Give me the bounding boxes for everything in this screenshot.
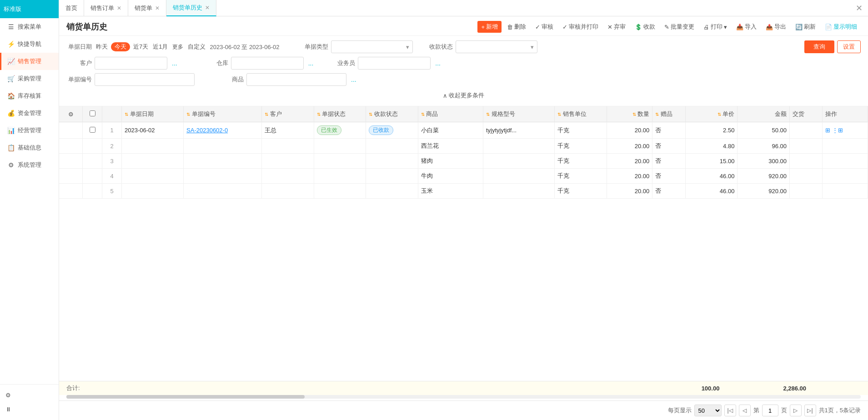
payment-select[interactable]: [456, 40, 537, 53]
date-shortcut-more[interactable]: 更多: [171, 43, 185, 51]
print-button[interactable]: 🖨 打印 ▾: [700, 21, 731, 33]
col-unit-price[interactable]: ⇅ 单价: [685, 106, 738, 122]
export-button[interactable]: 📤 导出: [762, 21, 790, 33]
col-quantity[interactable]: ⇅ 数量: [607, 106, 652, 122]
set-button[interactable]: 设置: [837, 40, 861, 53]
total-amount: 2,286.00: [783, 385, 806, 392]
product-dots-btn[interactable]: ...: [349, 76, 358, 83]
row-check[interactable]: [83, 169, 102, 184]
first-page-btn[interactable]: |◁: [724, 405, 736, 416]
batch-change-button[interactable]: ✎ 批量变更: [661, 21, 698, 33]
col-sales-unit[interactable]: ⇅ 销售单位: [555, 106, 607, 122]
warehouse-input[interactable]: [231, 57, 304, 70]
col-product[interactable]: ⇅ 商品: [418, 106, 483, 122]
filter-row-2: 客户 ... 仓库 ... 业务员 ...: [66, 57, 861, 70]
date-shortcuts: 昨天 今天 近7天 近1月 更多 自定义: [95, 42, 207, 51]
sidebar-item-operations[interactable]: 📊 经营管理: [0, 122, 59, 139]
sidebar-item-finance[interactable]: 💰 资金管理: [0, 105, 59, 122]
tab-sales-delivery[interactable]: 销货单 ✕: [128, 0, 166, 16]
col-doc-status[interactable]: ⇅ 单据状态: [314, 106, 366, 122]
product-input[interactable]: [246, 73, 346, 86]
doc-num-input[interactable]: [95, 73, 195, 86]
select-all-checkbox[interactable]: [90, 110, 95, 116]
tab-home[interactable]: 首页: [59, 0, 84, 16]
page-number-input[interactable]: [762, 405, 778, 416]
audit-button[interactable]: ✓ 审核: [532, 21, 557, 33]
row-customer: [261, 169, 314, 184]
abandon-button[interactable]: ✕ 弃审: [604, 21, 629, 33]
sidebar-item-base-info[interactable]: 📋 基础信息: [0, 139, 59, 156]
prev-page-btn[interactable]: ◁: [739, 405, 751, 416]
tab-sales-history[interactable]: 销货单历史 ✕: [166, 0, 216, 16]
delete-button[interactable]: 🗑 删除: [503, 21, 530, 33]
sidebar-item-search-menu[interactable]: ☰ 搜索菜单: [0, 18, 59, 35]
sidebar-item-label: 销售管理: [18, 57, 41, 65]
row-gear: [59, 122, 83, 139]
col-gift[interactable]: ⇅ 赠品: [652, 106, 686, 122]
salesman-input[interactable]: [358, 57, 431, 70]
sidebar-item-sales-mgmt[interactable]: 📈 销售管理: [0, 53, 59, 70]
warehouse-dots-btn[interactable]: ...: [306, 60, 316, 67]
tab-sales-order-close[interactable]: ✕: [117, 5, 121, 11]
collapse-btn[interactable]: ∧ 收起更多条件: [66, 90, 861, 101]
row-customer: [261, 184, 314, 199]
tab-sales-history-close[interactable]: ✕: [205, 5, 210, 11]
refresh-button[interactable]: 🔄 刷新: [792, 21, 819, 33]
view-action-btn[interactable]: ⊞: [825, 127, 830, 134]
sort-icon: ⇅: [186, 112, 190, 117]
table-row: 3 猪肉 千克 20.00 否 15.00 300.00: [59, 154, 868, 169]
doc-num-link[interactable]: SA-20230602-0: [186, 127, 228, 134]
row-check[interactable]: [83, 154, 102, 169]
close-all-tabs-btn[interactable]: ✕: [850, 0, 868, 16]
date-shortcut-today[interactable]: 今天: [111, 42, 130, 51]
row-payment-status: [366, 169, 418, 184]
scrollbar-thumb[interactable]: [66, 395, 305, 399]
sidebar-toggle-btn[interactable]: ⏸: [0, 402, 59, 416]
col-payment-status[interactable]: ⇅ 收款状态: [366, 106, 418, 122]
row-check[interactable]: [83, 139, 102, 154]
row-doc-status: [314, 169, 366, 184]
row-gift: 否: [652, 154, 686, 169]
tab-sales-delivery-close[interactable]: ✕: [155, 5, 160, 11]
col-customer[interactable]: ⇅ 客户: [261, 106, 314, 122]
tab-sales-order[interactable]: 销售订单 ✕: [84, 0, 128, 16]
salesman-dots-btn[interactable]: ...: [433, 60, 442, 67]
collect-button[interactable]: 💲 收款: [631, 21, 659, 33]
date-shortcut-7days[interactable]: 近7天: [132, 42, 150, 51]
sort-icon: ⇅: [265, 112, 268, 117]
row-check[interactable]: [83, 122, 102, 139]
customer-input[interactable]: [95, 57, 167, 70]
row-check[interactable]: [83, 184, 102, 199]
row-trade: [789, 139, 822, 154]
audit-print-button[interactable]: ✓ 审核并打印: [559, 21, 602, 33]
next-page-btn[interactable]: ▷: [790, 405, 802, 416]
new-button[interactable]: + 新增: [477, 21, 502, 33]
scrollbar-track[interactable]: [66, 395, 861, 399]
sidebar-item-quick-nav[interactable]: ⚡ 快捷导航: [0, 35, 59, 53]
date-shortcut-1month[interactable]: 近1月: [151, 42, 169, 51]
sidebar-settings-btn[interactable]: ⚙: [0, 388, 59, 402]
page-size-select[interactable]: 50 20 100: [694, 405, 722, 416]
col-doc-num[interactable]: ⇅ 单据编号: [184, 106, 262, 122]
col-gear[interactable]: ⚙: [59, 106, 83, 122]
more-action-btn[interactable]: ⋮⊞: [832, 127, 843, 134]
show-detail-button[interactable]: 📄 显示明细: [821, 21, 861, 33]
finance-icon: 💰: [7, 110, 15, 117]
filter-payment: 收款状态: [427, 40, 537, 53]
col-doc-date[interactable]: ⇅ 单据日期: [122, 106, 184, 122]
row-doc-status: 已生效: [314, 122, 366, 139]
sidebar-item-sys-mgmt[interactable]: ⚙ 系统管理: [0, 156, 59, 174]
date-shortcut-yesterday[interactable]: 昨天: [95, 42, 109, 51]
col-spec[interactable]: ⇅ 规格型号: [483, 106, 555, 122]
import-button[interactable]: 📥 导入: [733, 21, 760, 33]
last-page-btn[interactable]: ▷|: [804, 405, 816, 416]
date-shortcut-custom[interactable]: 自定义: [186, 42, 207, 51]
sidebar-item-purchase-mgmt[interactable]: 🛒 采购管理: [0, 70, 59, 87]
customer-dots-btn[interactable]: ...: [170, 60, 179, 67]
query-button[interactable]: 查询: [804, 40, 834, 53]
sidebar-item-inventory[interactable]: 🏠 库存核算: [0, 87, 59, 105]
type-select[interactable]: [331, 40, 413, 53]
row-payment-status: [366, 184, 418, 199]
sales-icon: 📈: [7, 58, 15, 65]
table-row: 5 玉米 千克 20.00 否 46.00 920.00: [59, 184, 868, 199]
